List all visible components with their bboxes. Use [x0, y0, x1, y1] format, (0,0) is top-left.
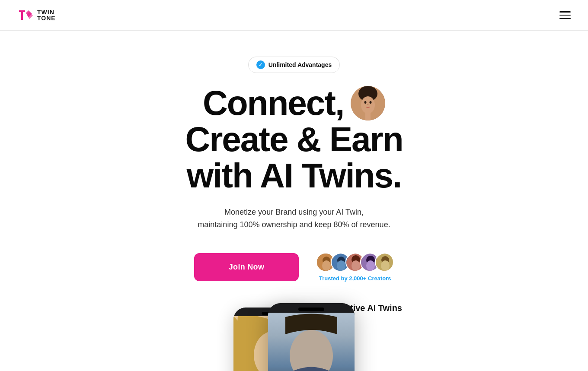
subtext-line1: Monetize your Brand using your AI Twin,: [224, 208, 364, 216]
badge: Unlimited Advantages: [248, 57, 340, 73]
svg-point-4: [370, 101, 372, 104]
hero-section: Unlimited Advantages Connect,: [0, 31, 588, 371]
headline-wrap: Connect,: [185, 85, 403, 194]
hero-avatar: [351, 86, 385, 120]
trusted-text: Trusted by 2,000+ Creators: [319, 275, 391, 282]
logo-text: TWIN TONE: [37, 9, 56, 21]
phone-front-face: [268, 313, 355, 371]
svg-point-14: [352, 260, 360, 271]
menu-line-3: [559, 18, 571, 19]
header: TWIN TONE: [0, 0, 588, 31]
svg-point-17: [366, 260, 375, 271]
svg-point-22: [290, 330, 333, 371]
hero-subtext: Monetize your Brand using your AI Twin, …: [198, 206, 390, 231]
logo-tone: TONE: [37, 15, 56, 21]
cta-row: Join Now: [194, 253, 394, 282]
creator-avatar-5: [375, 253, 394, 272]
join-now-button[interactable]: Join Now: [194, 253, 299, 281]
menu-line-1: [559, 11, 571, 13]
logo-twin: TWIN: [37, 9, 56, 15]
headline-line2: Create & Earn: [185, 121, 403, 158]
badge-check-icon: [256, 60, 265, 69]
svg-point-11: [337, 260, 345, 271]
phone-front: [268, 303, 355, 371]
headline-connect: Connect,: [203, 85, 344, 121]
headline-line3: with AI Twins.: [185, 158, 403, 194]
social-proof: Trusted by 2,000+ Creators: [316, 253, 394, 282]
menu-line-2: [559, 15, 571, 16]
phone-mockup-area: Interactive AI Twins: [143, 303, 445, 371]
svg-rect-5: [365, 112, 371, 120]
phone-notch-front: [298, 308, 324, 311]
headline-line1: Connect,: [185, 85, 403, 121]
logo[interactable]: TWIN TONE: [17, 7, 56, 23]
svg-point-8: [322, 260, 331, 271]
logo-icon: [17, 7, 34, 23]
avatars-row: [316, 253, 394, 272]
svg-point-3: [364, 101, 367, 104]
subtext-line2: maintaining 100% ownership and keep 80% …: [198, 220, 390, 229]
headline: Connect,: [185, 85, 403, 194]
svg-point-20: [381, 260, 390, 271]
badge-text: Unlimited Advantages: [268, 61, 332, 68]
hamburger-menu[interactable]: [559, 11, 571, 19]
